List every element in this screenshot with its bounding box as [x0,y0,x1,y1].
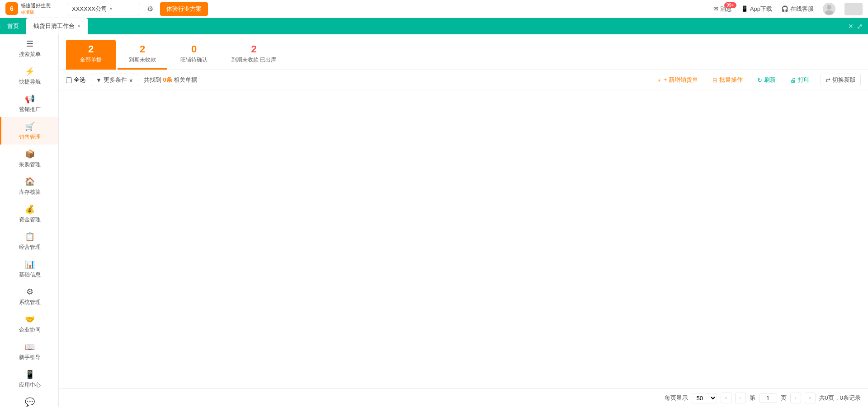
refresh-icon: ↻ [757,77,762,84]
svg-point-1 [825,10,833,15]
svg-point-0 [827,5,831,9]
message-badge: 99+ [724,2,736,8]
tab-maximize-icon[interactable]: ⤢ [857,22,863,31]
quicknav-icon: ⚡ [25,66,35,76]
stat-tab-overdue[interactable]: 2 到期未收款 [118,40,167,70]
sales-icon: 🛒 [25,122,35,131]
sidebar-item-basic-info[interactable]: 📊 基础信息 [0,255,58,282]
page-label: 第 [750,394,755,402]
sidebar-item-purchase[interactable]: 📦 采购管理 [0,145,58,172]
online-service-button[interactable]: 🎧 在线客服 [781,5,814,13]
last-page-button[interactable]: » [805,393,816,403]
logo-area: 6 畅捷通好生意 标准版 [5,2,64,15]
stat-num-wangpu: 0 [191,43,197,55]
stat-tab-wangpu[interactable]: 0 旺铺待确认 [169,40,219,70]
close-tab-icon[interactable]: × [77,23,80,29]
marketing-icon: 📢 [25,94,35,104]
sidebar-item-quicknav[interactable]: ⚡ 快捷导航 [0,62,58,89]
sidebar: ☰ 搜索菜单 ⚡ 快捷导航 📢 营销推广 🛒 销售管理 📦 采购管理 🏠 库存核… [0,34,59,407]
per-page-select[interactable]: 50 100 200 [692,393,717,403]
company-selector[interactable]: XXXXXX公司 ▾ [68,3,140,15]
batch-icon: ⊞ [712,77,717,84]
sidebar-item-sales[interactable]: 🛒 销售管理 [0,117,58,145]
next-page-button[interactable]: › [790,393,801,403]
sidebar-item-wechat[interactable]: 💬 企业微信 [0,393,58,407]
user-name-area [844,3,863,15]
filter-label: 更多条件 [104,76,127,84]
logo-icon: 6 [5,2,18,15]
tab-home[interactable]: 首页 [0,18,26,34]
refresh-button[interactable]: ↻ 刷新 [754,74,779,86]
sidebar-label-business: 经营管理 [19,243,41,251]
first-page-button[interactable]: « [721,393,731,403]
search-menu-icon: ☰ [26,39,33,49]
trial-button[interactable]: 体验行业方案 [160,2,208,16]
settings-button[interactable]: ⚙ [144,3,156,15]
sidebar-item-business[interactable]: 📋 经营管理 [0,227,58,255]
add-icon: + [657,77,661,84]
app-download-button[interactable]: 📱 App下载 [741,5,772,13]
headset-icon: 🎧 [781,5,788,12]
tab-qianhuo[interactable]: 钱货日清工作台 × [26,18,88,34]
top-bar: 6 畅捷通好生意 标准版 XXXXXX公司 ▾ ⚙ 体验行业方案 ✉ 消息 99… [0,0,868,18]
enterprise-icon: 🤝 [25,314,35,324]
messages-button[interactable]: ✉ 消息 99+ [713,5,732,13]
select-all-checkbox[interactable]: 全选 [66,76,85,84]
download-icon: 📱 [741,5,748,12]
nav-tabs: 首页 钱货日清工作台 × × ⤢ [0,18,868,34]
select-all-label: 全选 [74,76,85,84]
system-icon: ⚙ [26,287,33,297]
sidebar-label-basicinfo: 基础信息 [19,271,41,279]
found-text: 共找到 0条 相关单据 [144,76,197,84]
toolbar-right: + + 新增销货单 ⊞ 批量操作 ↻ 刷新 🖨 打印 ⇄ 切换新版 [654,74,861,86]
sidebar-item-search[interactable]: ☰ 搜索菜单 [0,34,58,62]
stat-tab-all[interactable]: 2 全部单据 [66,40,116,70]
page-number-input[interactable] [759,393,777,403]
sidebar-item-inventory[interactable]: 🏠 库存核算 [0,172,58,200]
sidebar-label-purchase: 采购管理 [19,161,41,168]
filter-button[interactable]: ▼ 更多条件 ∨ [91,74,138,86]
stat-label-all: 全部单据 [80,56,102,64]
purchase-icon: 📦 [25,149,35,159]
sidebar-label-enterprise: 企业协同 [19,326,41,334]
content-area: 2 全部单据 2 到期未收款 0 旺铺待确认 2 到期未收款 已出库 全选 [59,34,868,407]
print-button[interactable]: 🖨 打印 [787,74,813,86]
sidebar-item-appcenter[interactable]: 📱 应用中心 [0,365,58,393]
stat-label-overdue-shipped: 到期未收款 已出库 [231,56,276,64]
select-all-input[interactable] [66,77,72,83]
prev-page-button[interactable]: ‹ [735,393,746,403]
logo-title: 畅捷通好生意 [21,2,51,9]
toolbar: 全选 ▼ 更多条件 ∨ 共找到 0条 相关单据 + + 新增销货单 ⊞ 批量操作 [59,70,868,90]
sidebar-label-finance: 资金管理 [19,216,41,224]
sidebar-item-enterprise[interactable]: 🤝 企业协同 [0,310,58,337]
sidebar-label-guide: 新手引导 [19,354,41,361]
sidebar-item-marketing[interactable]: 📢 营销推广 [0,89,58,117]
inventory-icon: 🏠 [25,177,35,187]
batch-operation-button[interactable]: ⊞ 批量操作 [709,74,746,86]
user-avatar[interactable] [823,3,835,15]
filter-icon: ▼ [96,77,102,84]
company-name: XXXXXX公司 [72,5,107,13]
sidebar-item-guide[interactable]: 📖 新手引导 [0,337,58,365]
print-icon: 🖨 [790,77,796,84]
appcenter-icon: 📱 [25,370,35,379]
sidebar-label-system: 系统管理 [19,299,41,306]
per-page-label: 每页显示 [665,394,688,402]
add-sale-order-button[interactable]: + + 新增销货单 [654,74,702,86]
switch-version-button[interactable]: ⇄ 切换新版 [821,74,861,86]
stat-tab-overdue-shipped[interactable]: 2 到期未收款 已出库 [221,40,287,70]
finance-icon: 💰 [25,204,35,214]
empty-content [59,90,868,388]
top-right-area: ✉ 消息 99+ 📱 App下载 🎧 在线客服 [713,3,863,15]
found-count: 0条 [163,76,172,83]
nav-tab-right-icons: × ⤢ [848,22,868,31]
sidebar-item-system[interactable]: ⚙ 系统管理 [0,282,58,310]
tab-close-window-icon[interactable]: × [848,22,853,31]
page-suffix: 页 [781,394,787,402]
sidebar-item-finance[interactable]: 💰 资金管理 [0,200,58,227]
logo-sub: 标准版 [21,9,51,15]
stat-label-wangpu: 旺铺待确认 [180,56,208,64]
filter-arrow-icon: ∨ [129,77,133,84]
company-dropdown-arrow: ▾ [110,6,112,11]
stats-tabs: 2 全部单据 2 到期未收款 0 旺铺待确认 2 到期未收款 已出库 [59,34,868,70]
